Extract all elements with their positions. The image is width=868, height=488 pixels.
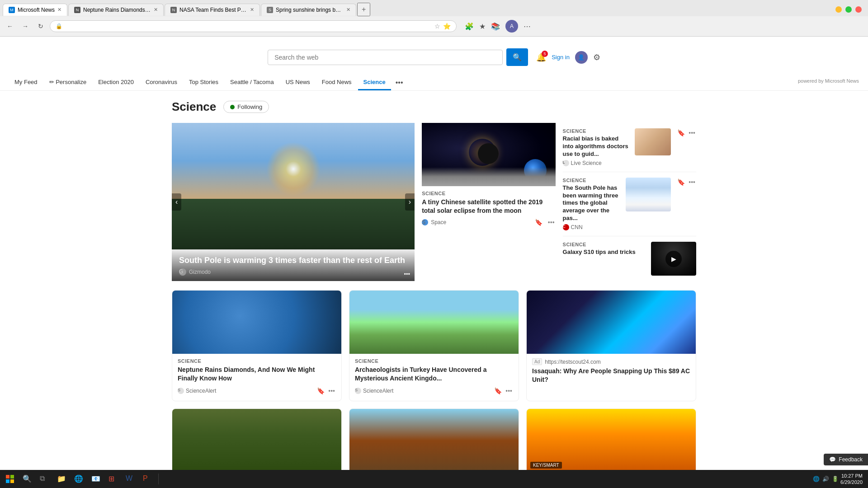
tab-title-3: NASA Team Finds Best Place Fo...: [179, 7, 247, 13]
nav-item-seattle-tacoma[interactable]: Seattle / Tacoma: [225, 75, 279, 90]
tab-2[interactable]: N Neptune Rains Diamonds, And... ✕: [68, 4, 164, 16]
volume-icon[interactable]: 🔊: [822, 476, 829, 482]
nav-item-coronavirus[interactable]: Coronavirus: [140, 75, 183, 90]
nav-item-election-2020[interactable]: Election 2020: [93, 75, 139, 90]
edge-icon: 🌐: [74, 474, 83, 483]
reload-button[interactable]: ↻: [34, 20, 47, 33]
address-bar-row: ← → ↻ 🔒 https://microsoftnews.msn.com ☆ …: [0, 16, 868, 36]
favorites-icon[interactable]: ★: [477, 20, 487, 33]
tab-3[interactable]: N NASA Team Finds Best Place Fo... ✕: [165, 4, 260, 16]
taskbar-clock[interactable]: 10:27 PM 6/29/2020: [840, 473, 863, 486]
browser-actions: 🧩 ★ 📚 A ⋯: [463, 18, 533, 34]
satellite-tag: SCIENCE: [422, 191, 555, 196]
hero-prev-button[interactable]: ‹: [172, 193, 181, 211]
galaxy-body: SCIENCE Galaxy S10 tips and tricks: [563, 242, 646, 258]
turkey-more[interactable]: •••: [505, 386, 513, 395]
signin-button[interactable]: Sign in: [552, 54, 570, 61]
turkey-card[interactable]: SCIENCE Archaeologists in Turkey Have Un…: [349, 290, 519, 401]
tab-1[interactable]: M Microsoft News ✕: [3, 4, 67, 16]
southpole-more[interactable]: •••: [688, 178, 696, 187]
file-explorer-button[interactable]: 📁: [53, 471, 70, 487]
back-button[interactable]: ←: [4, 20, 16, 33]
tab-close-4[interactable]: ✕: [346, 7, 350, 13]
dino1-image: [172, 409, 341, 472]
ac-unit-card[interactable]: Ad https://testscout24.com Issaquah: Why…: [526, 290, 696, 401]
bookmark-icon[interactable]: ☆: [434, 23, 440, 30]
tab-close-2[interactable]: ✕: [154, 7, 158, 13]
racial-bias-bookmark[interactable]: 🔖: [676, 128, 686, 137]
southpole-bookmark[interactable]: 🔖: [676, 178, 686, 187]
nav-item-science[interactable]: Science: [358, 75, 391, 90]
powerpoint-button[interactable]: P: [139, 471, 156, 487]
nav-item-food-news[interactable]: Food News: [316, 75, 357, 90]
hero-next-button[interactable]: ›: [405, 193, 415, 211]
address-bar[interactable]: 🔒 https://microsoftnews.msn.com ☆ ⭐: [50, 20, 457, 32]
dino2-image: [349, 409, 519, 472]
outlook-button[interactable]: 📧: [88, 471, 104, 487]
satellite-bookmark[interactable]: 🔖: [534, 218, 543, 227]
turkey-actions: 🔖 •••: [493, 386, 513, 395]
nav-item-personalize[interactable]: ✏ Personalize: [44, 75, 92, 90]
racial-bias-article[interactable]: SCIENCE Racial bias is baked into algori…: [563, 123, 696, 172]
edge-button[interactable]: 🌐: [71, 471, 87, 487]
southpole-source: C CNN: [563, 224, 621, 230]
office-button[interactable]: ⊞: [105, 471, 121, 487]
svg-rect-3: [10, 479, 14, 483]
battery-icon[interactable]: 🔋: [832, 476, 839, 482]
neptune-bookmark[interactable]: 🔖: [316, 386, 326, 395]
word-button[interactable]: W: [122, 471, 138, 487]
search-input[interactable]: [274, 54, 496, 61]
task-view-button[interactable]: ⧉: [36, 471, 52, 487]
search-taskbar-button[interactable]: 🔍: [19, 471, 35, 487]
minimize-button[interactable]: [835, 6, 842, 13]
southpole-warming-article[interactable]: SCIENCE The South Pole has been warming …: [563, 172, 696, 236]
new-tab-button[interactable]: +: [357, 3, 370, 16]
extensions-icon[interactable]: 🧩: [463, 20, 476, 33]
search-button[interactable]: 🔍: [506, 48, 528, 66]
tab-4[interactable]: S Spring sunshine brings butterfl... ✕: [261, 4, 356, 16]
close-button[interactable]: [855, 6, 862, 13]
ac-ad-url: https://testscout24.com: [545, 359, 600, 365]
svg-rect-1: [10, 475, 14, 479]
hero-more-button[interactable]: •••: [404, 271, 410, 277]
neptune-card[interactable]: SCIENCE Neptune Rains Diamonds, And Now …: [172, 290, 342, 401]
user-avatar-header[interactable]: 👤: [575, 51, 588, 64]
tab-title-2: Neptune Rains Diamonds, And...: [83, 7, 151, 13]
satellite-article[interactable]: SCIENCE A tiny Chinese satellite spotted…: [422, 123, 555, 281]
powerpoint-icon: P: [143, 474, 152, 483]
following-button[interactable]: Following: [223, 101, 269, 113]
turkey-bookmark[interactable]: 🔖: [493, 386, 503, 395]
collection-icon[interactable]: ⭐: [443, 23, 451, 30]
notifications-button[interactable]: 🔔 5: [536, 52, 546, 62]
maximize-button[interactable]: [845, 6, 852, 13]
nav-item-my-feed[interactable]: My Feed: [9, 75, 43, 90]
collections-icon[interactable]: 📚: [489, 20, 502, 33]
browser-settings-icon[interactable]: ⋯: [522, 20, 533, 33]
user-avatar[interactable]: A: [505, 20, 518, 33]
nav-item-us-news[interactable]: US News: [280, 75, 316, 90]
tab-close-1[interactable]: ✕: [57, 7, 61, 13]
neptune-more[interactable]: •••: [327, 386, 336, 395]
outlook-icon: 📧: [91, 474, 100, 483]
galaxy-title: Galaxy S10 tips and tricks: [563, 249, 646, 256]
turkey-tag: SCIENCE: [355, 358, 513, 364]
hero-article[interactable]: ‹ › South Pole is warming 3 times faster…: [172, 123, 415, 281]
start-button[interactable]: [2, 471, 18, 487]
feedback-button[interactable]: 💬 Feedback: [824, 454, 868, 465]
play-button[interactable]: ▶: [665, 251, 682, 267]
neptune-actions: 🔖 •••: [316, 386, 336, 395]
settings-icon[interactable]: ⚙: [593, 52, 600, 62]
network-icon[interactable]: 🌐: [813, 476, 820, 482]
feedback-icon: 💬: [829, 456, 836, 463]
tab-close-3[interactable]: ✕: [250, 7, 254, 13]
profile-icon[interactable]: A: [504, 18, 520, 34]
url-input[interactable]: https://microsoftnews.msn.com: [65, 23, 432, 30]
header-icons: 🔔 5 Sign in 👤 ⚙: [536, 51, 600, 64]
forward-button[interactable]: →: [19, 20, 32, 33]
nav-more-button[interactable]: •••: [392, 75, 407, 90]
satellite-more[interactable]: •••: [547, 218, 556, 227]
galaxy-s10-article[interactable]: SCIENCE Galaxy S10 tips and tricks ▶: [563, 236, 696, 281]
nav-item-top-stories[interactable]: Top Stories: [184, 75, 224, 90]
racial-bias-more[interactable]: •••: [688, 128, 696, 137]
search-box[interactable]: [268, 50, 503, 65]
